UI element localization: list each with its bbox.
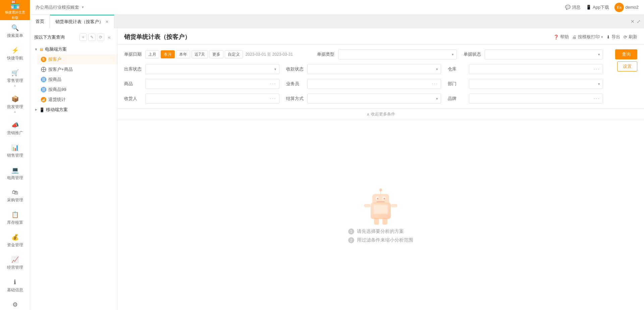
query-button[interactable]: 查询: [615, 49, 637, 59]
tab-close-icon[interactable]: ✕: [105, 19, 109, 24]
refresh-button[interactable]: ⟳ 刷新: [624, 34, 637, 40]
warehouse-select[interactable]: ···: [469, 64, 603, 74]
shortcuts-icon: ⚡: [11, 47, 19, 54]
svg-point-25: [379, 189, 382, 191]
mobile-group-icon: 📱: [39, 107, 45, 112]
date-btn-last7[interactable]: 近7天: [192, 50, 208, 58]
by-product-99-icon: [41, 87, 46, 92]
page-header: 销货单统计表（按客户） ❓ 帮助 🖨 按模板打印 ▾ ⬇ 导出: [117, 28, 644, 45]
empty-tips: 1 请先选择要分析的方案 2 用过滤条件来缩小分析范围: [348, 228, 413, 243]
industry-name: 办公用品行业模拟账套: [36, 4, 79, 10]
sidebar: 🏪 畅捷通好生意 标版 🔍 搜索菜单 ⚡ 快捷导航 🛒 零售管理 ▲ 📦 批发管…: [0, 0, 30, 310]
sidebar-item-inventory[interactable]: 📋 库存核算: [0, 207, 30, 229]
tab-home[interactable]: 首页: [30, 15, 50, 28]
tree-group-desktop: ▼ 🖥 电脑端方案 客 按客户 按客户+商品: [30, 44, 117, 105]
product-select[interactable]: ···: [145, 79, 279, 89]
collapse-panel-button[interactable]: «: [106, 34, 113, 41]
tree-group-mobile-header[interactable]: ▼ 📱 移动端方案: [30, 105, 117, 115]
collapse-label: 收起更多条件: [371, 111, 395, 117]
sidebar-item-shortcuts[interactable]: ⚡ 快捷导航: [0, 43, 30, 65]
svg-rect-3: [44, 70, 45, 71]
date-btn-current-year[interactable]: 本年: [176, 50, 190, 58]
salesperson-dots: ···: [432, 81, 438, 87]
app-download-button[interactable]: 📱 App下载: [586, 4, 609, 10]
date-btn-current-month[interactable]: 本月: [161, 50, 175, 58]
app-logo[interactable]: 🏪 畅捷通好生意 标版: [0, 0, 30, 20]
user-menu[interactable]: Ea demo2: [614, 3, 639, 12]
sidebar-item-basic[interactable]: ℹ 基础信息: [0, 274, 30, 297]
download-icon: 📱: [586, 5, 591, 10]
sidebar-label-basic: 基础信息: [7, 287, 23, 293]
sidebar-item-purchase[interactable]: 🛍 采购管理: [0, 185, 30, 207]
out-status-select[interactable]: ▾: [145, 64, 279, 74]
by-customer-label: 按客户: [48, 56, 61, 62]
industry-dropdown-icon[interactable]: ▾: [82, 5, 84, 9]
edit-scheme-button[interactable]: ✎: [88, 34, 96, 41]
help-button[interactable]: ❓ 帮助: [553, 34, 569, 40]
settings-button[interactable]: 设置: [617, 61, 637, 71]
template-print-button[interactable]: 🖨 按模板打印 ▾: [572, 34, 603, 40]
sidebar-item-operations[interactable]: 📈 经营管理: [0, 252, 30, 274]
by-customer-icon: 客: [41, 57, 46, 62]
add-scheme-button[interactable]: +: [79, 34, 87, 41]
tree-item-by-customer[interactable]: 客 按客户: [37, 54, 117, 64]
collapse-bar[interactable]: ∧ 收起更多条件: [117, 109, 644, 120]
svg-rect-21: [391, 204, 397, 207]
order-type-select[interactable]: ▾: [338, 49, 457, 59]
date-range-buttons: 上月 本月 本年 近7天 更多 自定义 2023-03-01 至 2023-03…: [145, 50, 293, 58]
tree-item-by-product[interactable]: 按商品: [37, 74, 117, 85]
by-product-icon: [41, 77, 46, 82]
brand-select[interactable]: ···: [469, 94, 603, 104]
sidebar-item-search[interactable]: 🔍 搜索菜单: [0, 20, 30, 43]
sidebar-item-retail[interactable]: 🛒 零售管理 ▲: [0, 65, 30, 91]
sidebar-item-system[interactable]: ⚙ 系统管理: [0, 297, 30, 310]
order-status-select[interactable]: ▾: [485, 49, 603, 59]
svg-rect-6: [42, 81, 45, 81]
filter-order-status: 单据状态 ▾: [464, 49, 603, 59]
tree-group-desktop-header[interactable]: ▼ 🖥 电脑端方案: [30, 44, 117, 54]
refresh-scheme-button[interactable]: ⟳: [97, 34, 104, 41]
svg-rect-20: [364, 204, 371, 207]
avatar: Ea: [614, 3, 624, 12]
template-print-dropdown-icon[interactable]: ▾: [601, 35, 603, 39]
tree-item-by-customer-product[interactable]: 按客户+商品: [37, 64, 117, 74]
sidebar-item-ecommerce[interactable]: 💻 电商管理: [0, 162, 30, 185]
empty-state: 1 请先选择要分析的方案 2 用过滤条件来缩小分析范围: [117, 120, 644, 310]
tree-item-by-product-99[interactable]: 按商品99: [37, 85, 117, 95]
sidebar-item-marketing[interactable]: 📣 营销推广: [0, 117, 30, 140]
sidebar-item-sales[interactable]: 📊 销售管理: [0, 140, 30, 162]
department-label: 部门: [448, 81, 466, 87]
desktop-group-icon: 🖥: [39, 47, 44, 52]
tip-1-text: 请先选择要分析的方案: [357, 228, 404, 235]
window-close-btn[interactable]: ✕: [631, 19, 635, 24]
salesperson-select[interactable]: ···: [307, 79, 441, 89]
date-btn-more[interactable]: 更多: [209, 50, 223, 58]
department-select[interactable]: ▾: [469, 79, 603, 89]
date-label: 单据日期: [124, 51, 143, 57]
filter-area: 单据日期 上月 本月 本年 近7天 更多 自定义 2023-03-01 至 20…: [117, 45, 644, 109]
left-panel: 按以下方案查询 + ✎ ⟳ « ▼ 🖥 电脑端方案: [30, 28, 117, 310]
date-btn-custom[interactable]: 自定义: [225, 50, 243, 58]
brand-label: 品牌: [448, 96, 466, 102]
sidebar-item-finance[interactable]: 💰 资金管理: [0, 229, 30, 252]
receipt-status-select[interactable]: ▾: [307, 64, 441, 74]
window-maximize-btn[interactable]: ⤢: [637, 19, 641, 24]
filter-receiver: 收货人 ···: [124, 94, 279, 104]
app-title: 畅捷通好生意: [5, 10, 25, 15]
sidebar-item-wholesale[interactable]: 📦 批发管理 ▲: [0, 91, 30, 117]
settlement-select[interactable]: ▾: [307, 94, 441, 104]
tip-2-text: 用过滤条件来缩小分析范围: [357, 237, 413, 243]
receiver-select[interactable]: ···: [145, 94, 279, 104]
tree-item-return-stats[interactable]: 退货统计: [37, 95, 117, 105]
tab-sales-stats-label: 销货单统计表（按客户）: [55, 19, 103, 25]
receipt-status-label: 收款状态: [286, 66, 305, 72]
tab-home-label: 首页: [36, 18, 44, 24]
date-btn-last-month[interactable]: 上月: [145, 50, 159, 58]
export-button[interactable]: ⬇ 导出: [606, 34, 620, 40]
tip-1-num: 1: [348, 228, 354, 235]
page-title: 销货单统计表（按客户）: [124, 33, 191, 41]
search-menu-icon: 🔍: [11, 24, 19, 32]
message-button[interactable]: 💬 消息: [565, 4, 581, 10]
by-customer-product-icon: [41, 67, 46, 72]
tab-sales-stats[interactable]: 销货单统计表（按客户） ✕: [50, 15, 114, 28]
